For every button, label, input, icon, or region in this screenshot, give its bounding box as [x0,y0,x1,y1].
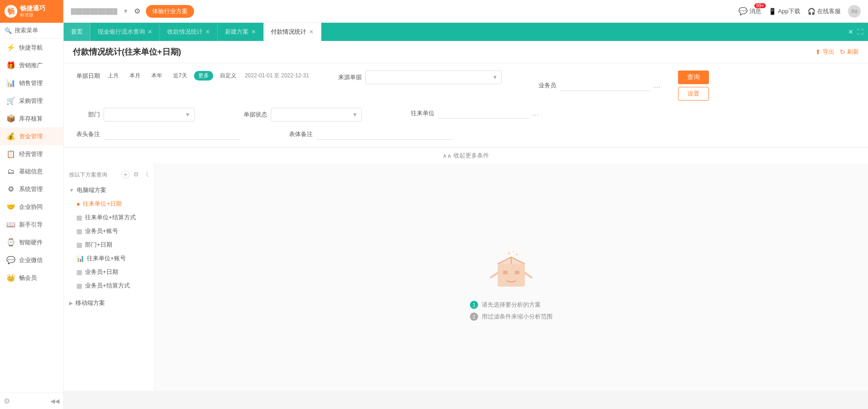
dept-select[interactable]: ▼ [104,108,195,121]
date-btn-last-month[interactable]: 上月 [104,71,123,81]
tab-payment-close[interactable]: ✕ [309,29,314,35]
message-button[interactable]: 💬 消息 99+ [738,7,761,15]
sidebar-item-enterprise[interactable]: 🤝 企业协同 [0,198,63,216]
date-btn-this-month[interactable]: 本月 [125,71,145,81]
dept-label: 部门 [73,111,100,119]
body-note-input[interactable] [316,131,453,137]
tab-new-plan-close[interactable]: ✕ [251,29,256,35]
company-address: ████████████ [71,8,117,15]
svg-rect-0 [498,264,525,287]
sidebar-item-hardware[interactable]: ⌚ 智能硬件 [0,233,63,251]
date-btn-custom[interactable]: 自定义 [216,71,240,81]
date-btn-this-year[interactable]: 本年 [147,71,166,81]
partner-input-wrapper [438,108,529,119]
scheme-item-partner-date[interactable]: ● 往来单位+日期 [64,197,154,211]
sidebar-collapse-icon[interactable]: ◀◀ [50,398,60,404]
svg-rect-1 [503,271,508,274]
tab-new-plan[interactable]: 新建方案 ✕ [218,23,264,41]
scheme-item-partner-account[interactable]: 📊 往来单位+账号 [64,252,154,265]
tab-home[interactable]: 首页 [64,23,90,41]
tab-cashflow-close[interactable]: ✕ [148,29,152,35]
user-avatar[interactable]: Rit [848,5,861,18]
status-select[interactable]: ▼ [271,108,362,121]
purchase-icon: 🛒 [6,96,15,105]
staff-input[interactable] [560,82,651,89]
sidebar-item-inventory[interactable]: 📦 库存核算 [0,110,63,127]
sidebar-item-operation[interactable]: 📋 经营管理 [0,145,63,163]
collapse-more-button[interactable]: ∧∧ 收起更多条件 [64,147,868,163]
header-right: 💬 消息 99+ 📱 App下载 🎧 在线客服 Rit [738,5,861,18]
header-gear-icon[interactable]: ⚙ [134,7,140,15]
tab-receipt-close[interactable]: ✕ [205,29,210,35]
date-btn-7days[interactable]: 近7天 [169,71,191,81]
logo-icon: 畅 [5,5,17,18]
tabs-bar: 首页 现金银行流水查询 ✕ 收款情况统计 ✕ 新建方案 ✕ 付款情况统计 ✕ ✕… [64,23,868,41]
panel-settings-icon[interactable]: ⚙ [133,171,139,179]
scheme-item-partner-payment[interactable]: ▦ 往来单位+结算方式 [64,211,154,224]
partner-input-area: … [438,108,539,119]
operation-label: 经营管理 [19,150,43,158]
tab-payment-stat[interactable]: 付款情况统计 ✕ [264,23,321,41]
refresh-button[interactable]: ↻ 刷新 [840,48,859,56]
sidebar-item-guide[interactable]: 📖 新手引导 [0,216,63,233]
partner-input[interactable] [438,110,529,116]
scheme-group-desktop-header[interactable]: ▼ 电脑端方案 [64,183,154,197]
export-button[interactable]: ⬆ 导出 [815,48,834,56]
sidebar-settings-icon[interactable]: ⚙ [4,397,10,405]
export-icon: ⬆ [815,48,821,56]
partner-more-icon[interactable]: … [532,109,539,117]
search-menu[interactable]: 🔍 搜索菜单 [0,23,63,39]
sidebar-item-quick-nav[interactable]: ⚡ 快捷导航 [0,39,63,56]
hardware-label: 智能硬件 [19,238,43,247]
sidebar-item-basic-info[interactable]: 🗂 基础信息 [0,163,63,180]
scheme-item-staff-account-label: 业务员+账号 [85,227,118,235]
sidebar-item-member[interactable]: 👑 畅会员 [0,269,63,287]
tab-payment-label: 付款情况统计 [271,28,306,36]
sales-label: 销售管理 [19,79,43,87]
scheme-item-staff-payment[interactable]: ▦ 业务员+结算方式 [64,279,154,293]
trial-button[interactable]: 体验行业方案 [146,5,194,18]
settings-button[interactable]: 设置 [678,87,709,101]
online-service-button[interactable]: 🎧 在线客服 [808,7,841,15]
tip-num-2: 2 [470,313,478,321]
sidebar-item-sales[interactable]: 📊 销售管理 [0,74,63,92]
sidebar-item-wechat[interactable]: 💬 企业微信 [0,251,63,269]
header-dropdown-icon[interactable]: ▼ [123,8,129,15]
scheme-item-staff-account-icon: ▦ [76,227,82,235]
scheme-item-partner-date-label: 往来单位+日期 [83,200,122,208]
tab-close-all-icon[interactable]: ✕ [848,28,853,35]
panel-collapse-icon[interactable]: 《 [143,171,149,179]
guide-icon: 📖 [6,220,15,229]
scheme-item-staff-date[interactable]: ▦ 业务员+日期 [64,265,154,279]
panel-add-icon[interactable]: + [121,171,130,179]
page-header: 付款情况统计(往来单位+日期) ⬆ 导出 ↻ 刷新 [64,41,868,63]
query-button[interactable]: 查询 [678,71,709,84]
hardware-icon: ⌚ [6,238,15,247]
message-label: 消息 [749,7,761,15]
scheme-item-staff-payment-label: 业务员+结算方式 [85,282,130,290]
date-btn-more[interactable]: 更多 [194,71,213,81]
logo-subtitle: 标准版 [20,12,45,18]
scheme-item-dept-date[interactable]: ▦ 部门+日期 [64,238,154,252]
panel-header-icons: + ⚙ 《 [121,171,149,179]
sidebar-item-finance[interactable]: 💰 资金管理 [0,127,63,145]
scheme-group-mobile-header[interactable]: ▶ 移动端方案 [64,296,154,310]
app-download-button[interactable]: 📱 App下载 [768,7,800,15]
header-note-input[interactable] [104,131,240,137]
main-body: 按以下方案查询 + ⚙ 《 ▼ 电脑端方案 ● 往来单位+日期 ▦ [64,163,868,391]
sidebar-item-purchase[interactable]: 🛒 采购管理 [0,92,63,110]
scheme-item-staff-account[interactable]: ▦ 业务员+账号 [64,224,154,238]
tab-expand-icon[interactable]: ⛶ [857,28,863,35]
tab-receipt-stat[interactable]: 收款情况统计 ✕ [160,23,218,41]
sidebar-item-marketing[interactable]: 🎁 营销推广 [0,56,63,74]
body-note-wrapper [316,129,453,140]
sidebar-item-system[interactable]: ⚙ 系统管理 [0,180,63,198]
export-label: 导出 [823,48,834,56]
header-left: ████████████ ▼ ⚙ 体验行业方案 [71,5,194,18]
staff-more-icon[interactable]: … [653,81,661,90]
member-icon: 👑 [6,273,15,282]
tab-cashflow[interactable]: 现金银行流水查询 ✕ [90,23,160,41]
source-select[interactable]: ▼ [365,71,502,84]
filter-staff-item: 业务员 … 查询 设置 [529,71,709,101]
app-label: App下载 [778,7,800,15]
